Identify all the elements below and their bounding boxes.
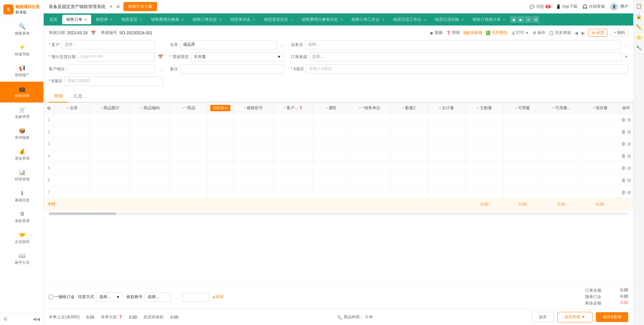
sidebar-item-quick-nav[interactable]: ⚡ 快捷导航	[0, 40, 43, 61]
available2-cell[interactable]	[542, 114, 581, 125]
customer-more-icon[interactable]: …	[158, 42, 162, 47]
tab-close-icon[interactable]: ✕	[181, 18, 184, 22]
row-product[interactable]	[170, 114, 207, 126]
sidebar-item-search[interactable]: 🔍 搜索菜单	[0, 19, 43, 40]
shortcut-btn[interactable]: ⌨ 快捷键	[463, 30, 482, 36]
sidebar-item-marketing[interactable]: 📢 营销推广	[0, 61, 43, 82]
draft-dropdown-icon[interactable]: ▼	[581, 315, 585, 319]
sidebar-item-management[interactable]: 📊 经营管理	[0, 165, 43, 186]
row-available[interactable]	[503, 114, 541, 126]
sidebar-item-purchase[interactable]: 🛒 采购管理	[0, 103, 43, 123]
row-available2[interactable]	[541, 114, 581, 126]
row-stock[interactable]	[581, 114, 619, 126]
row-product-code[interactable]	[130, 114, 170, 126]
delete-icon[interactable]: 🗑	[621, 190, 626, 195]
save-draft-btn[interactable]: 保存草稿 ▼	[557, 312, 593, 322]
property-cell[interactable]	[313, 114, 349, 125]
row-warehouse[interactable]	[54, 114, 90, 126]
row-sales-unit[interactable]	[349, 114, 390, 126]
row-scan[interactable]	[207, 114, 233, 126]
tab-home[interactable]: 首页	[45, 15, 62, 24]
arrears-help-icon[interactable]: ❓	[118, 315, 122, 319]
tab-close-icon[interactable]: ✕	[290, 18, 293, 22]
staff-input[interactable]: 选择...	[305, 40, 621, 49]
tab-receipt-history[interactable]: 销货单历史 ✕	[226, 15, 259, 24]
qty2-cell[interactable]	[390, 114, 427, 125]
tab-detail[interactable]: 明细	[49, 90, 68, 103]
delete-icon[interactable]: 🗑	[621, 165, 626, 171]
help-icon[interactable]: ❓	[299, 106, 303, 110]
customer-addr-input[interactable]	[67, 64, 156, 74]
tab-order-workbench[interactable]: 销售订单工作台 ✕	[347, 15, 388, 24]
tab-close-icon[interactable]: ✕	[253, 18, 255, 22]
tab-expense-history[interactable]: 销售费用分摊单历史 ✕	[298, 15, 347, 24]
tab-close-icon[interactable]: ✕	[423, 18, 426, 22]
a-project-input[interactable]: 请输入A项目	[306, 64, 628, 74]
customer-input[interactable]: 选择...	[62, 40, 156, 49]
right-panel-icon-1[interactable]: 📋	[635, 2, 643, 10]
tab-close-icon[interactable]: ✕	[461, 18, 464, 22]
tab-sales-expense[interactable]: 销售费用分摊单 ✕	[147, 15, 188, 24]
sidebar-item-guide[interactable]: 📖 新手引导	[0, 248, 43, 269]
amount-input[interactable]	[182, 293, 209, 301]
staff-more-icon[interactable]: …	[624, 42, 628, 47]
right-panel-icon-5[interactable]: 🔧	[635, 43, 643, 52]
column-gear-icon[interactable]: ⚙	[47, 106, 51, 111]
spec-cell[interactable]	[233, 114, 273, 125]
tab-close-all-btn[interactable]: ✕	[525, 16, 532, 23]
scan-btn[interactable]: 扫码录入	[210, 105, 230, 111]
tab-close-icon[interactable]: ✕	[340, 18, 343, 22]
product-cell[interactable]	[170, 114, 207, 125]
main-unit-cell[interactable]	[427, 114, 465, 125]
delete-icon[interactable]: 🗑	[621, 177, 626, 183]
discard-btn[interactable]: 放弃	[532, 312, 554, 322]
collapse-icon[interactable]: ◀◀	[33, 316, 40, 322]
copy-icon[interactable]: ⊞	[627, 129, 631, 134]
help-btn[interactable]: ❓ 帮助	[446, 30, 460, 36]
tab-cash-workbench[interactable]: 钱货日清工作台 ✕	[389, 15, 430, 24]
delete-icon[interactable]: 🗑	[621, 141, 626, 147]
warehouse-input[interactable]: 成品库	[180, 40, 277, 49]
tab-close-icon[interactable]: ✕	[382, 18, 384, 22]
app-download-btn[interactable]: 📱 App下载	[556, 4, 577, 9]
tab-return-history[interactable]: 销货退货历史 ✕	[260, 15, 297, 24]
tab-close-icon[interactable]: ✕	[219, 18, 222, 22]
user-section[interactable]: 👤 用户	[610, 3, 628, 11]
account-more-icon[interactable]: …	[175, 295, 179, 299]
tab-close-icon[interactable]: ✕	[84, 18, 87, 22]
available-cell[interactable]	[504, 114, 541, 125]
copy-icon[interactable]: ⊞	[627, 190, 631, 195]
copy-icon[interactable]: ⊞	[627, 165, 631, 171]
row-main-qty[interactable]	[465, 114, 503, 126]
solution-btn[interactable]: 体验行业方案	[123, 2, 157, 11]
delete-icon[interactable]: 🗑	[621, 129, 626, 134]
add-material-btn[interactable]: + 物料	[611, 29, 628, 37]
tab-next-btn[interactable]: ▶	[518, 16, 524, 23]
online-service-btn[interactable]: 🎧 在线客服	[582, 4, 605, 9]
warehouse-cell-input[interactable]	[54, 114, 90, 125]
scroll-area[interactable]	[44, 210, 633, 217]
method-select[interactable]: 选择... ▼	[96, 292, 123, 302]
add-payment-btn[interactable]: ● 添加	[213, 294, 224, 300]
tab-order-history[interactable]: 销售订单历史 ✕	[189, 15, 226, 24]
sales-unit-cell[interactable]	[349, 114, 390, 125]
main-qty-cell[interactable]	[466, 114, 503, 125]
copy-icon[interactable]: ⊞	[627, 153, 631, 159]
tab-close-icon[interactable]: ✕	[140, 18, 142, 22]
settings-btn[interactable]: ⚙ 设置	[589, 29, 607, 37]
quick-pay-check[interactable]: 一键收订金	[49, 294, 75, 300]
print-btn[interactable]: 🖨 打印 ▼	[511, 30, 529, 36]
order-source-input[interactable]: 选择...	[309, 52, 622, 62]
warehouse-more-icon[interactable]: …	[280, 42, 284, 47]
product-code-cell[interactable]	[130, 114, 170, 125]
addr-more-icon[interactable]: …	[159, 67, 163, 71]
row-qty2[interactable]	[390, 114, 427, 126]
sidebar-item-finance[interactable]: 💰 资金管理	[0, 144, 43, 165]
tab-sales-stats[interactable]: 销售订单统计表 ✕	[468, 15, 509, 24]
row-property[interactable]	[313, 114, 349, 126]
message-btn[interactable]: 💬 消息 9	[530, 4, 551, 9]
save-new-btn[interactable]: 保存&新增	[596, 312, 628, 322]
sidebar-item-basic-info[interactable]: ℹ 基础信息	[0, 186, 43, 207]
stock-cell[interactable]	[581, 114, 619, 125]
calendar-icon[interactable]: 📅	[91, 31, 96, 35]
